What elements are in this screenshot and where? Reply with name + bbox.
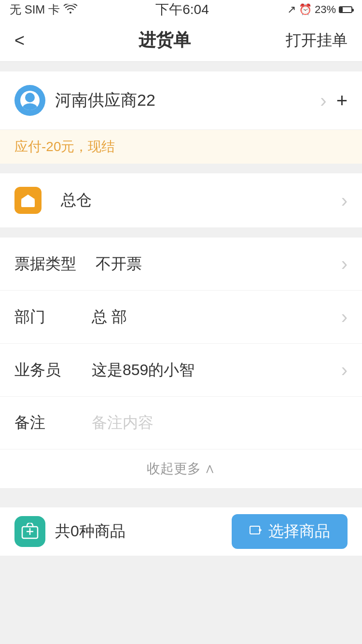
gap-3 bbox=[0, 228, 362, 238]
warehouse-icon bbox=[14, 187, 42, 214]
dept-value: 总 部 bbox=[92, 307, 341, 328]
dept-chevron-icon bbox=[341, 306, 348, 328]
gap-1 bbox=[0, 62, 362, 71]
product-count: 共0种商品 bbox=[55, 521, 232, 542]
supplier-avatar bbox=[14, 85, 45, 116]
remark-label: 备注 bbox=[14, 412, 72, 434]
avatar-image bbox=[20, 91, 40, 110]
sales-chevron-icon bbox=[341, 359, 348, 381]
wifi-icon bbox=[64, 3, 77, 16]
sales-value: 这是859的小智 bbox=[92, 360, 341, 381]
dept-row[interactable]: 部门 总 部 bbox=[0, 291, 362, 344]
select-product-button[interactable]: 选择商品 bbox=[232, 514, 348, 549]
status-left: 无 SIM 卡 bbox=[10, 2, 77, 17]
select-label: 选择商品 bbox=[268, 521, 330, 542]
status-right: ↗ ⏰ 23% bbox=[287, 3, 352, 16]
supplier-chevron-icon bbox=[320, 90, 326, 112]
status-bar: 无 SIM 卡 下午6:04 ↗ ⏰ 23% bbox=[0, 0, 362, 19]
invoice-value: 不开票 bbox=[96, 253, 341, 275]
status-time: 下午6:04 bbox=[155, 0, 209, 19]
page-background bbox=[0, 556, 362, 644]
warehouse-chevron-icon bbox=[341, 190, 348, 211]
open-pending-button[interactable]: 打开挂单 bbox=[286, 30, 348, 51]
page-title: 进货单 bbox=[139, 28, 191, 52]
form-section: 票据类型 不开票 部门 总 部 业务员 这是859的小智 备注 备注内容 bbox=[0, 238, 362, 449]
gap-2 bbox=[0, 164, 362, 173]
dept-label: 部门 bbox=[14, 307, 72, 328]
bottom-bar: 共0种商品 选择商品 bbox=[0, 507, 362, 556]
remark-row[interactable]: 备注 备注内容 bbox=[0, 397, 362, 449]
carrier-label: 无 SIM 卡 bbox=[10, 2, 60, 17]
product-icon bbox=[14, 516, 45, 547]
invoice-row[interactable]: 票据类型 不开票 bbox=[0, 238, 362, 291]
location-icon: ↗ bbox=[287, 3, 296, 16]
remark-input[interactable]: 备注内容 bbox=[92, 412, 348, 434]
add-supplier-button[interactable]: + bbox=[336, 90, 348, 112]
battery-icon bbox=[339, 6, 352, 13]
warehouse-label: 总仓 bbox=[61, 190, 341, 211]
svg-rect-4 bbox=[250, 526, 260, 534]
notice-bar: 应付-20元，现结 bbox=[0, 130, 362, 164]
gap-4 bbox=[0, 488, 362, 498]
supplier-row[interactable]: 河南供应商22 + bbox=[0, 71, 362, 130]
battery-text: 23% bbox=[315, 3, 336, 16]
sales-label: 业务员 bbox=[14, 360, 72, 381]
alarm-icon: ⏰ bbox=[299, 3, 312, 16]
warehouse-row[interactable]: 总仓 bbox=[0, 173, 362, 228]
invoice-label: 票据类型 bbox=[14, 253, 76, 275]
svg-rect-0 bbox=[21, 199, 35, 207]
sales-row[interactable]: 业务员 这是859的小智 bbox=[0, 344, 362, 397]
back-button[interactable]: < bbox=[14, 30, 43, 51]
supplier-name: 河南供应商22 bbox=[55, 89, 320, 112]
select-icon bbox=[249, 523, 263, 540]
nav-bar: < 进货单 打开挂单 bbox=[0, 19, 362, 62]
collapse-bar[interactable]: 收起更多 ∧ bbox=[0, 449, 362, 488]
invoice-chevron-icon bbox=[341, 253, 348, 275]
collapse-label: 收起更多 ∧ bbox=[147, 460, 216, 478]
supplier-section: 河南供应商22 + 应付-20元，现结 bbox=[0, 71, 362, 164]
